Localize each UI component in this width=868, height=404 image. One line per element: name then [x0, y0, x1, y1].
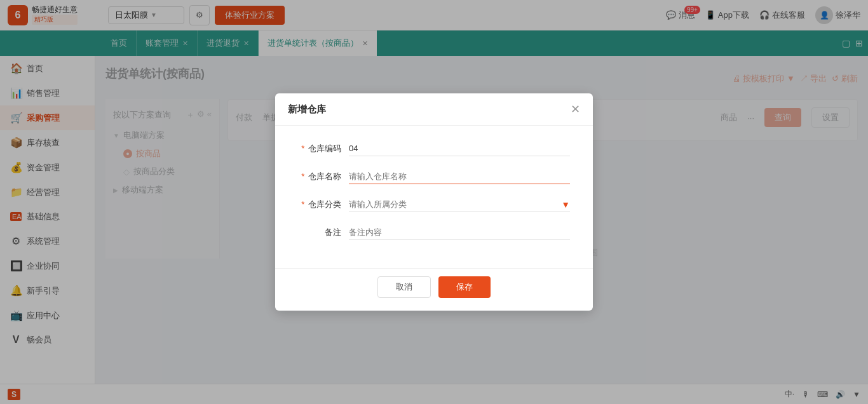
- category-chevron-icon: ▼: [561, 199, 570, 210]
- modal-overlay: 新增仓库 ✕ * 仓库编码 * 仓库名称: [0, 0, 868, 404]
- form-item-category: * 仓库分类 ▼: [298, 197, 570, 212]
- dialog-header: 新增仓库 ✕: [275, 93, 593, 126]
- form-item-name: * 仓库名称: [298, 169, 570, 184]
- dialog-body: * 仓库编码 * 仓库名称 * 仓库分类: [275, 126, 593, 268]
- name-input[interactable]: [349, 169, 570, 184]
- required-star-name: *: [301, 172, 304, 181]
- form-item-code: * 仓库编码: [298, 141, 570, 156]
- note-input[interactable]: [349, 225, 570, 240]
- form-item-note: 备注: [298, 225, 570, 240]
- note-label: 备注: [298, 227, 349, 238]
- code-input[interactable]: [349, 141, 570, 156]
- new-warehouse-dialog: 新增仓库 ✕ * 仓库编码 * 仓库名称: [275, 93, 593, 311]
- name-label: * 仓库名称: [298, 171, 349, 182]
- category-select-wrap: ▼: [349, 197, 570, 212]
- required-star-code: *: [301, 144, 304, 153]
- category-input[interactable]: [349, 197, 570, 212]
- dialog-title: 新增仓库: [288, 104, 326, 116]
- dialog-footer: 取消 保存: [275, 268, 593, 311]
- dialog-close-icon[interactable]: ✕: [571, 102, 580, 116]
- category-label: * 仓库分类: [298, 199, 349, 210]
- save-button[interactable]: 保存: [438, 276, 491, 298]
- required-star-category: *: [301, 199, 304, 209]
- code-label: * 仓库编码: [298, 143, 349, 154]
- cancel-button[interactable]: 取消: [377, 276, 431, 298]
